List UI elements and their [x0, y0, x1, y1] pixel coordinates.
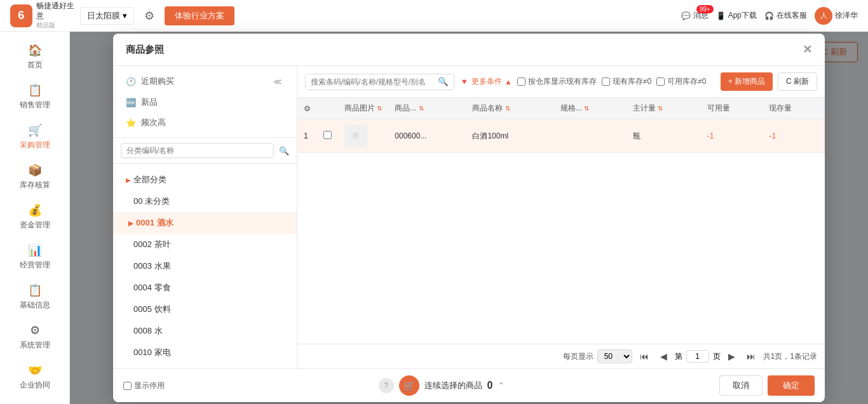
per-page-select[interactable]: 50 100: [597, 349, 632, 363]
sidebar-label-sales: 销售管理: [20, 100, 50, 111]
page-last-button[interactable]: ⏭: [743, 350, 759, 363]
checkbox-available-input[interactable]: [656, 77, 665, 86]
online-service-label: 在线客服: [776, 10, 807, 21]
checkbox-existing-input[interactable]: [602, 77, 610, 86]
category-0003[interactable]: 0003 水果: [113, 255, 297, 277]
col-header-spec[interactable]: 规格... ⇅: [554, 98, 627, 119]
category-0005[interactable]: 0005 饮料: [113, 299, 297, 320]
arrow-icon: ▶: [126, 177, 131, 184]
category-00[interactable]: 00 未分类: [113, 191, 297, 212]
cell-index: 1: [297, 119, 317, 153]
col-header-image[interactable]: 商品图片 ⇅: [338, 98, 388, 119]
purchase-icon: 🛒: [28, 123, 42, 137]
message-badge: 99+: [696, 5, 714, 13]
cancel-button[interactable]: 取消: [719, 375, 763, 396]
sidebar-item-business[interactable]: 📊 经营管理: [0, 237, 69, 277]
col-header-name[interactable]: 商品名称 ⇅: [466, 98, 553, 119]
page-total-info: 共1页，1条记录: [763, 351, 817, 362]
page-first-button[interactable]: ⏮: [636, 350, 653, 363]
cell-stock: -1: [763, 119, 825, 153]
app-download-item[interactable]: 📱 App下载: [716, 10, 757, 21]
avatar: 人: [815, 7, 832, 25]
sidebar-item-basic[interactable]: 📋 基础信息: [0, 277, 69, 317]
sidebar-item-purchase[interactable]: 🛒 采购管理: [0, 117, 69, 157]
logo-icon: 6: [10, 4, 32, 27]
collapse-button[interactable]: ≪: [271, 75, 284, 88]
category-all[interactable]: ▶ 全部分类: [113, 169, 297, 191]
quick-item-frequent[interactable]: ⭐ 频次高: [121, 113, 289, 132]
cell-checkbox[interactable]: [317, 119, 338, 153]
category-0001[interactable]: ▶ 0001 酒水: [113, 212, 297, 234]
help-icon[interactable]: ?: [379, 378, 394, 393]
app-download-label: App下载: [728, 10, 757, 21]
refresh-button[interactable]: C 刷新: [778, 72, 817, 91]
sidebar-item-guide[interactable]: 📖 新手引导: [0, 397, 69, 404]
table-row[interactable]: 1 图 000600... 白酒100ml 瓶 -1 -1: [297, 119, 825, 153]
sidebar-item-finance[interactable]: 💰 资金管理: [0, 197, 69, 237]
col-header-checkbox: [317, 98, 338, 119]
collapse-up-icon[interactable]: ⌃: [498, 380, 505, 391]
filter-button[interactable]: 🔻 更多条件 ▲: [459, 76, 512, 87]
sidebar-item-inventory[interactable]: 📦 库存核算: [0, 157, 69, 197]
col-header-code[interactable]: 商品... ⇅: [388, 98, 466, 119]
show-disabled-label[interactable]: 显示停用: [123, 380, 165, 391]
settings-icon[interactable]: ⚙: [139, 6, 159, 26]
logo-text: 畅捷通好生意: [36, 1, 80, 21]
sort-icon-spec: ⇅: [584, 105, 589, 112]
sort-icon-name: ⇅: [505, 105, 510, 112]
page-number-input[interactable]: [686, 350, 709, 363]
cell-unit: 瓶: [627, 119, 701, 153]
sidebar-item-enterprise[interactable]: 🤝 企业协同: [0, 357, 69, 397]
product-search-input[interactable]: [306, 74, 433, 90]
product-image: 图: [344, 125, 367, 147]
checkbox-warehouse-stock[interactable]: 按仓库显示现有库存: [517, 76, 597, 87]
sort-icon-image: ⇅: [377, 105, 382, 112]
checkbox-warehouse-label: 按仓库显示现有库存: [528, 76, 597, 87]
show-disabled-text: 显示停用: [134, 380, 165, 391]
checkbox-available-stock[interactable]: 可用库存≠0: [656, 76, 706, 87]
content-area: 查询 设置 C 刷新 商品参照 ✕: [70, 32, 868, 404]
clock-icon: 🕐: [126, 77, 136, 86]
category-0003-label: 0003 水果: [133, 260, 171, 272]
category-0008[interactable]: 0008 水: [113, 320, 297, 342]
quick-item-new[interactable]: 🆕 新品: [121, 93, 289, 112]
category-search-input[interactable]: [121, 143, 274, 158]
category-0008-label: 0008 水: [133, 325, 163, 337]
cell-image: 图: [338, 119, 388, 153]
experience-button[interactable]: 体验行业方案: [165, 6, 234, 25]
category-0002[interactable]: 0002 茶叶: [113, 234, 297, 255]
category-search-icon[interactable]: 🔍: [279, 146, 289, 156]
category-0010[interactable]: 0010 家电: [113, 342, 297, 363]
sidebar-item-sales[interactable]: 📋 销售管理: [0, 77, 69, 117]
product-table: ⚙ 商品图片 ⇅ 商品... ⇅: [297, 98, 825, 153]
quick-label-new: 新品: [141, 97, 158, 108]
category-0004[interactable]: 0004 零食: [113, 277, 297, 299]
online-service-item[interactable]: 🎧 在线客服: [764, 10, 807, 21]
page-prev-button[interactable]: ◀: [656, 350, 671, 363]
col-code-label: 商品...: [395, 104, 416, 112]
sidebar-item-system[interactable]: ⚙ 系统管理: [0, 317, 69, 357]
sales-icon: 📋: [28, 83, 42, 97]
col-header-settings[interactable]: ⚙: [297, 98, 317, 119]
store-select[interactable]: 日太阳膜 ▾: [80, 7, 134, 25]
add-product-button[interactable]: + 新增商品: [721, 72, 773, 91]
confirm-button[interactable]: 确定: [768, 375, 815, 396]
modal-close-button[interactable]: ✕: [803, 43, 812, 57]
page-next-button[interactable]: ▶: [724, 350, 739, 363]
sidebar-item-home[interactable]: 🏠 首页: [0, 37, 69, 77]
checkbox-existing-stock[interactable]: 现有库存≠0: [602, 76, 651, 87]
quick-item-recent[interactable]: 🕐 近期购买 ≪: [121, 71, 289, 91]
sidebar-label-system: 系统管理: [20, 340, 50, 351]
new-icon: 🆕: [126, 98, 136, 107]
product-search-box: 🔍: [305, 74, 454, 90]
product-search-button[interactable]: 🔍: [433, 74, 454, 89]
page-suffix: 页: [713, 351, 721, 362]
col-header-unit[interactable]: 主计量 ⇅: [627, 98, 701, 119]
checkbox-warehouse-input[interactable]: [517, 77, 526, 86]
show-disabled-checkbox[interactable]: [123, 382, 132, 390]
logo-sub: 精品版: [36, 21, 80, 30]
category-list: ▶ 全部分类 00 未分类 ▶ 0001 酒水 0002 茶: [113, 164, 297, 368]
message-item[interactable]: 💬 消息 99+: [681, 10, 709, 21]
user-item[interactable]: 人 徐泽华: [815, 7, 858, 25]
category-0005-label: 0005 饮料: [133, 304, 171, 315]
